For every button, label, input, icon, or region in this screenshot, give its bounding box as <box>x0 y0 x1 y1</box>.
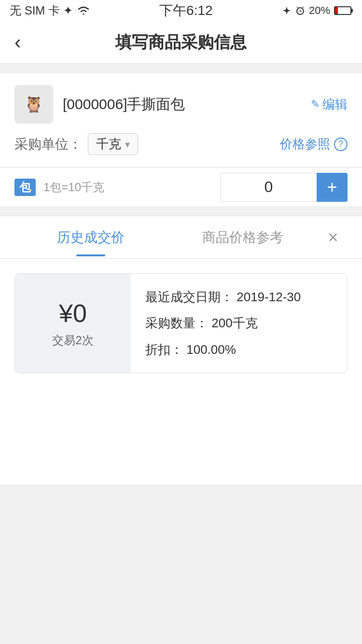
purchase-qty-label: 采购数量： <box>145 316 208 330</box>
trade-count: 交易2次 <box>52 333 93 348</box>
quantity-input[interactable] <box>220 173 317 202</box>
recent-date-value: 2019-12-30 <box>237 290 301 304</box>
tab-close-button[interactable]: × <box>319 223 348 252</box>
bottom-fill <box>0 388 362 484</box>
quantity-input-group: + <box>220 173 348 202</box>
tab-price-ref-label: 商品价格参考 <box>202 230 283 245</box>
svg-line-3 <box>297 7 298 8</box>
plus-button[interactable]: + <box>317 173 348 202</box>
tab-section: 历史成交价 商品价格参考 × ¥0 交易2次 最近成交日期： 2019-12-3… <box>0 216 362 388</box>
price-ref-button[interactable]: 价格参照 ? <box>280 136 348 153</box>
product-left: 🦉 [0000006]手撕面包 <box>14 85 185 124</box>
recent-date-row: 最近成交日期： 2019-12-30 <box>145 288 333 306</box>
location-icon <box>282 6 292 15</box>
purchase-qty-row: 采购数量： 200千克 <box>145 314 333 332</box>
quantity-label: 包 1包=10千克 <box>14 179 104 196</box>
info-icon: ? <box>334 138 348 151</box>
unit-value: 千克 <box>96 136 121 153</box>
status-right: 20% <box>282 4 352 17</box>
price-number: 0 <box>73 299 87 327</box>
price-ref-label: 价格参照 <box>280 136 330 153</box>
unit-label-text: 采购单位： <box>14 135 82 154</box>
discount-label: 折扣： <box>145 342 183 357</box>
price-value: ¥0 <box>59 299 87 328</box>
history-content: ¥0 交易2次 最近成交日期： 2019-12-30 采购数量： 200千克 折… <box>0 259 362 388</box>
chevron-down-icon: ▾ <box>125 139 130 150</box>
nav-bar: ‹ 填写商品采购信息 <box>0 21 362 64</box>
svg-line-4 <box>303 7 304 8</box>
status-time: 下午6:12 <box>159 1 213 20</box>
product-thumbnail: 🦉 <box>14 85 53 124</box>
tab-bar: 历史成交价 商品价格参考 × <box>0 216 362 259</box>
tab-history-label: 历史成交价 <box>57 230 125 245</box>
battery-icon <box>334 6 352 15</box>
price-panel: ¥0 交易2次 <box>15 274 131 373</box>
quantity-section: 包 1包=10千克 + <box>0 168 362 206</box>
discount-value: 100.00% <box>186 342 236 357</box>
status-left: 无 SIM 卡 ✦ <box>10 3 90 18</box>
product-name: [0000006]手撕面包 <box>63 95 185 114</box>
owl-icon: 🦉 <box>24 95 43 113</box>
page-title: 填写商品采购信息 <box>115 31 247 54</box>
product-header: 🦉 [0000006]手撕面包 ✎ 编辑 <box>14 85 348 124</box>
wifi-icon <box>77 5 90 16</box>
close-icon: × <box>328 227 338 248</box>
yen-sign: ¥ <box>59 299 73 327</box>
battery-percent: 20% <box>309 4 330 17</box>
purchase-qty-value: 200千克 <box>211 316 257 330</box>
unit-select[interactable]: 千克 ▾ <box>88 133 138 155</box>
unit-label: 采购单位： 千克 ▾ <box>14 133 138 155</box>
edit-button[interactable]: ✎ 编辑 <box>311 96 348 113</box>
tab-history-price[interactable]: 历史成交价 <box>14 219 167 256</box>
edit-icon: ✎ <box>311 98 320 111</box>
edit-label: 编辑 <box>322 96 348 113</box>
back-button[interactable]: ‹ <box>14 27 30 58</box>
product-card: 🦉 [0000006]手撕面包 ✎ 编辑 采购单位： 千克 ▾ 价格参照 ? <box>0 73 362 167</box>
sim-status: 无 SIM 卡 ✦ <box>10 3 73 18</box>
alarm-icon <box>295 6 305 15</box>
history-card: ¥0 交易2次 最近成交日期： 2019-12-30 采购数量： 200千克 折… <box>14 273 348 373</box>
conversion-text: 1包=10千克 <box>43 180 104 195</box>
recent-date-label: 最近成交日期： <box>145 290 233 304</box>
discount-row: 折扣： 100.00% <box>145 341 333 358</box>
detail-panel: 最近成交日期： 2019-12-30 采购数量： 200千克 折扣： 100.0… <box>131 274 347 373</box>
product-unit-row: 采购单位： 千克 ▾ 价格参照 ? <box>14 133 348 155</box>
bao-badge: 包 <box>14 179 36 196</box>
tab-price-ref[interactable]: 商品价格参考 <box>167 219 319 256</box>
status-bar: 无 SIM 卡 ✦ 下午6:12 20% <box>0 0 362 21</box>
